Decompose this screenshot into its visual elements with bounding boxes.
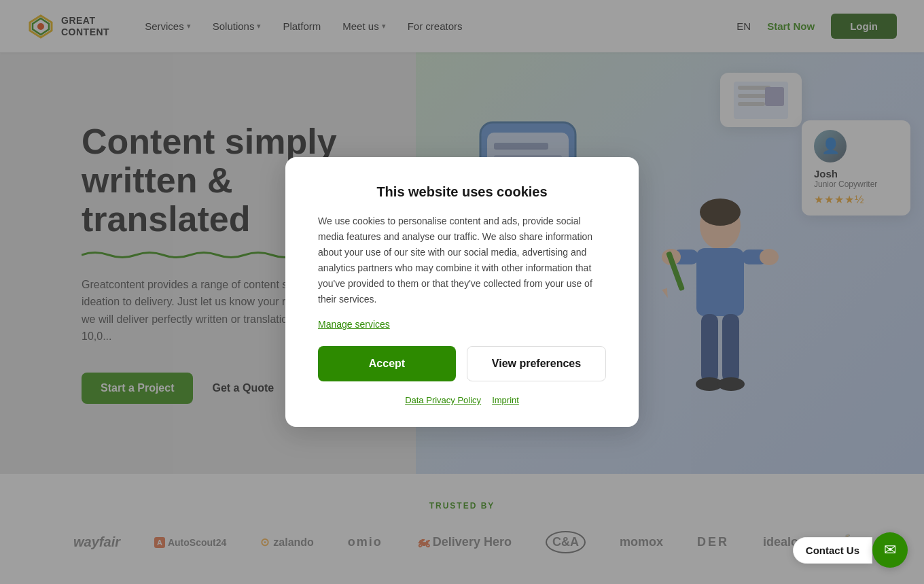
cookie-modal: This website uses cookies We use cookies…	[285, 157, 639, 428]
accept-button[interactable]: Accept	[318, 346, 456, 381]
modal-body-text: We use cookies to personalise content an…	[318, 213, 606, 308]
modal-footer-links: Data Privacy Policy Imprint	[318, 395, 606, 405]
contact-fab: Contact Us ✉	[793, 532, 908, 568]
privacy-policy-link[interactable]: Data Privacy Policy	[405, 395, 481, 405]
modal-title: This website uses cookies	[318, 184, 606, 200]
view-preferences-button[interactable]: View preferences	[467, 346, 606, 381]
modal-buttons: Accept View preferences	[318, 346, 606, 381]
mail-icon: ✉	[884, 541, 896, 559]
contact-button[interactable]: ✉	[872, 532, 908, 568]
cookie-overlay: This website uses cookies We use cookies…	[0, 0, 924, 584]
manage-services-link[interactable]: Manage services	[318, 319, 390, 330]
contact-label: Contact Us	[793, 537, 872, 564]
imprint-link[interactable]: Imprint	[492, 395, 519, 405]
